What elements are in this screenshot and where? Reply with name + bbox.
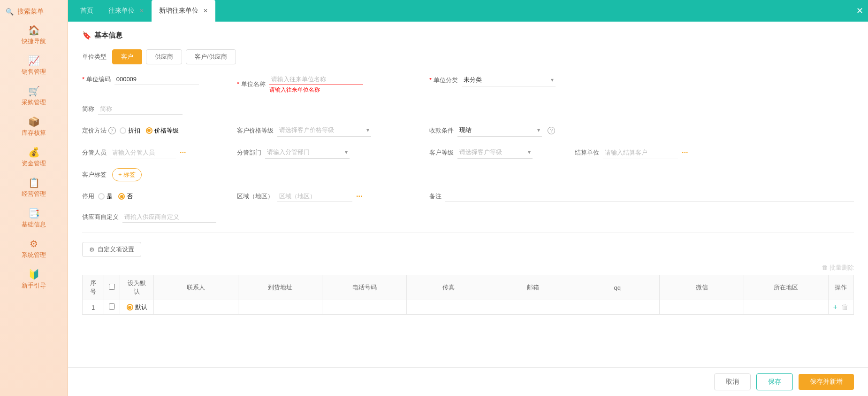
content-area: 🔖 基本信息 单位类型 客户 供应商 客户/供应商 * 单位编码 * 单位名称 [68, 22, 868, 367]
row-wechat[interactable] [660, 300, 744, 315]
row-phone-input[interactable] [327, 304, 402, 311]
sidebar-item-basic[interactable]: 📑 基础信息 [0, 203, 68, 233]
operations-icon: 📋 [28, 177, 40, 188]
department-select[interactable]: 请输入分管部门 ▾ [265, 146, 350, 159]
sidebar-item-quicknav[interactable]: 🏠 快捷导航 [0, 20, 68, 50]
sidebar-purchase-label: 采购管理 [22, 98, 46, 107]
unit-code-input[interactable] [114, 74, 199, 85]
main-area: 首页 往来单位 ✕ 新增往来单位 ✕ ✕ 🔖 基本信息 单位类型 客户 供应商 … [68, 0, 868, 396]
sidebar-quicknav-label: 快捷导航 [22, 37, 46, 46]
unit-type-row: 单位类型 客户 供应商 客户/供应商 [82, 49, 854, 64]
select-all-checkbox[interactable] [109, 284, 115, 290]
supplier-custom-input[interactable] [122, 211, 216, 223]
row-qq-input[interactable] [580, 304, 655, 311]
manager-more-btn[interactable]: ··· [180, 148, 186, 157]
payment-terms-select[interactable]: 现结 ▾ [457, 124, 542, 137]
sidebar-item-search[interactable]: 🔍 搜索菜单 [0, 4, 68, 20]
tab-units[interactable]: 往来单位 ✕ [101, 0, 152, 22]
radio-discount-label: 折扣 [128, 126, 140, 135]
row-default-cell: 默认 [120, 300, 154, 315]
type-btn-supplier[interactable]: 供应商 [146, 49, 182, 64]
tab-home[interactable]: 首页 [73, 0, 101, 22]
sidebar-item-purchase[interactable]: 🛒 采购管理 [0, 81, 68, 111]
tab-new-unit[interactable]: 新增往来单位 ✕ [152, 0, 215, 22]
row-checkbox[interactable] [109, 303, 115, 310]
col-contact: 联系人 [153, 275, 238, 300]
disabled-row: 停用 是 否 区域（地区） ··· 备注 [82, 191, 854, 202]
sidebar-item-finance[interactable]: 💰 资金管理 [0, 142, 68, 172]
row-contact-input[interactable] [159, 304, 233, 311]
tab-new-unit-close[interactable]: ✕ [203, 8, 208, 14]
row-fax[interactable] [407, 300, 491, 315]
customer-price-placeholder: 请选择客户价格等级 [279, 126, 365, 134]
row-district[interactable] [744, 300, 828, 315]
customer-price-label: 客户价格等级 [237, 126, 274, 135]
custom-settings-button[interactable]: ⚙ 自定义项设置 [82, 242, 141, 257]
unit-category-select[interactable]: 未分类 ▾ [462, 74, 556, 86]
tags-row: 客户标签 + 标签 [82, 168, 854, 181]
customer-level-select[interactable]: 请选择客户等级 ▾ [457, 146, 533, 159]
sales-icon: 📈 [28, 55, 40, 66]
tab-units-close[interactable]: ✕ [139, 8, 144, 14]
sidebar-item-inventory[interactable]: 📦 库存核算 [0, 111, 68, 142]
row-address[interactable] [238, 300, 322, 315]
customer-level-label: 客户等级 [429, 148, 454, 157]
row-add-button[interactable]: + [833, 303, 838, 311]
short-name-input[interactable] [98, 103, 183, 115]
unit-name-input[interactable] [269, 74, 363, 85]
row-address-input[interactable] [243, 304, 318, 311]
payment-info-icon[interactable]: ? [548, 127, 555, 134]
cancel-button[interactable]: 取消 [714, 373, 751, 390]
row-contact[interactable] [153, 300, 238, 315]
settlement-input[interactable] [603, 147, 678, 158]
radio-price-level-label: 价格等级 [154, 126, 179, 135]
customer-level-placeholder: 请选择客户等级 [459, 148, 526, 156]
settlement-more-btn[interactable]: ··· [682, 148, 688, 157]
sidebar-item-system[interactable]: ⚙ 系统管理 [0, 233, 68, 264]
manager-input[interactable] [110, 147, 176, 158]
row-phone[interactable] [322, 300, 407, 315]
row-delete-button[interactable]: 🗑 [841, 303, 849, 311]
row-wechat-input[interactable] [664, 304, 739, 311]
section-header: 🔖 基本信息 [82, 31, 854, 40]
row-checkbox-cell [104, 300, 120, 315]
customer-price-select[interactable]: 请选择客户价格等级 ▾ [277, 124, 371, 137]
save-new-button[interactable]: 保存并新增 [799, 374, 854, 390]
add-tag-button[interactable]: + 标签 [112, 168, 142, 181]
row-email-input[interactable] [496, 304, 571, 311]
col-qq: qq [575, 275, 660, 300]
guide-icon: 🔰 [28, 269, 40, 280]
batch-delete-label: 批量删除 [830, 264, 854, 271]
region-input[interactable] [277, 191, 352, 202]
notes-input[interactable] [445, 191, 854, 202]
custom-settings-label: 自定义项设置 [98, 245, 134, 254]
pricing-info-icon[interactable]: ? [108, 127, 116, 134]
type-btn-both[interactable]: 客户/供应商 [186, 49, 236, 64]
sidebar-item-guide[interactable]: 🔰 新手引导 [0, 264, 68, 295]
radio-price-level[interactable]: 价格等级 [146, 126, 179, 135]
sidebar-search-label: 搜索菜单 [17, 8, 44, 16]
sidebar-item-sales[interactable]: 📈 销售管理 [0, 50, 68, 81]
save-button[interactable]: 保存 [756, 373, 793, 390]
batch-delete-button[interactable]: 🗑 批量删除 [82, 264, 854, 272]
row-qq[interactable] [575, 300, 660, 315]
radio-yes-label: 是 [107, 192, 113, 201]
table-row: 1 默认 [83, 300, 854, 315]
department-placeholder: 请输入分管部门 [267, 148, 343, 156]
tab-units-label: 往来单位 [108, 7, 135, 15]
type-btn-customer[interactable]: 客户 [112, 49, 142, 64]
col-region: 所在地区 [744, 275, 828, 300]
unit-type-label: 单位类型 [82, 53, 107, 61]
radio-yes[interactable]: 是 [98, 192, 113, 201]
section-title: 基本信息 [94, 31, 122, 40]
sidebar-item-operations[interactable]: 📋 经营管理 [0, 172, 68, 203]
row-fax-input[interactable] [411, 304, 486, 311]
window-close-button[interactable]: ✕ [856, 6, 863, 16]
row-default-radio[interactable]: 默认 [125, 303, 149, 311]
radio-discount[interactable]: 折扣 [120, 126, 140, 135]
supplier-custom-row: 供应商自定义 [82, 211, 854, 223]
radio-no[interactable]: 否 [118, 192, 133, 201]
row-district-input[interactable] [749, 304, 823, 311]
row-email[interactable] [491, 300, 575, 315]
region-more-btn[interactable]: ··· [356, 192, 362, 201]
